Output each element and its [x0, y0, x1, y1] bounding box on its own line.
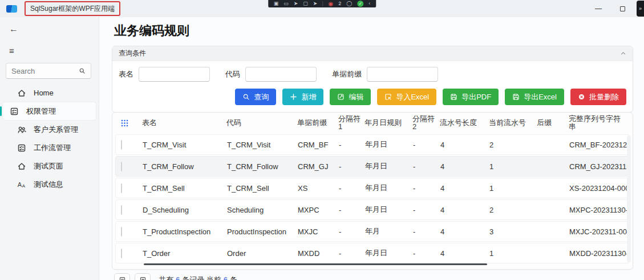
row-checkbox[interactable] [121, 227, 122, 237]
edit-button[interactable]: 编辑 [330, 89, 371, 105]
minimize-button[interactable]: — [586, 0, 610, 17]
window-snip-icon[interactable]: ▣ [274, 1, 279, 6]
person-circle-icon[interactable]: ◯ [346, 1, 352, 6]
table-cell: MXDD [298, 249, 339, 258]
table-cell: CRM_BF-20231201 [569, 141, 629, 149]
doc-prefix-input[interactable] [367, 67, 438, 82]
sidebar: ← ≡ Search Home 权限管理 客户关系管理 工作流管理 测试页面 A… [0, 17, 99, 280]
horizontal-scrollbar[interactable] [144, 263, 487, 265]
table-cell: - [413, 184, 440, 193]
export-excel-button[interactable]: 导出Excel [505, 89, 564, 105]
row-checkbox[interactable] [121, 162, 122, 171]
import-excel-button[interactable]: 导入Excel [377, 89, 436, 105]
active-indicator [0, 106, 2, 116]
export-pdf-button[interactable]: 导出PDF [443, 89, 499, 105]
summary-current: 6 [224, 275, 228, 280]
table-cell: T_Order [143, 249, 227, 258]
import-icon [384, 93, 392, 101]
table-name-label: 表名 [119, 69, 133, 79]
table-header-row: 表名代码单据前缀分隔符1年月日规则分隔符2流水号长度当前流水号后缀完整序列号字符… [112, 113, 633, 133]
query-panel-title: 查询条件 [119, 49, 146, 58]
chevron-up-icon[interactable] [620, 50, 626, 57]
table-cell: T_CRM_Follow [143, 162, 227, 171]
button-label: 编辑 [349, 92, 363, 102]
vertical-scrollbar[interactable] [627, 135, 631, 262]
sidebar-item-crm-mgmt[interactable]: 客户关系管理 [3, 121, 96, 138]
save-icon [512, 93, 520, 101]
maximize-icon [620, 6, 625, 11]
home-icon [17, 89, 26, 98]
rect-select-icon[interactable]: ▭ [283, 1, 289, 6]
row-checkbox[interactable] [121, 140, 122, 150]
row-checkbox[interactable] [121, 205, 122, 215]
maximize-button[interactable] [610, 0, 634, 17]
page-title: 业务编码规则 [114, 22, 189, 39]
grid-select-icon[interactable] [120, 119, 142, 127]
sidebar-item-test-info[interactable]: AA 测试信息 [3, 175, 96, 193]
summary-current-suffix: 条 [230, 275, 237, 280]
record-count: 2 [338, 1, 341, 6]
table-row[interactable]: T_CRM_SellT_CRM_SellXS-年月日-41XS-20231204… [115, 178, 630, 198]
table-cell: 年月日 [365, 183, 413, 193]
column-header: 后缀 [537, 119, 569, 127]
sidebar-item-label: Home [34, 89, 54, 97]
export-page-button-1[interactable] [114, 273, 130, 280]
column-header: 流水号长度 [440, 119, 489, 127]
back-button[interactable]: ← [9, 24, 18, 34]
query-button[interactable]: 查询 [235, 89, 276, 105]
record-icon[interactable]: ◉ [328, 1, 333, 7]
cursor-drag-icon[interactable]: ➤ [313, 1, 318, 6]
doc-prefix-label: 单据前缀 [332, 69, 362, 79]
people-icon [17, 125, 26, 134]
table-cell: - [339, 184, 365, 193]
sidebar-item-permission-mgmt[interactable]: 权限管理 [3, 102, 96, 120]
row-checkbox[interactable] [121, 183, 122, 193]
check-circle-icon[interactable]: ✓ [357, 1, 363, 7]
batch-delete-button[interactable]: 批量删除 [570, 89, 626, 105]
edit-icon [337, 93, 345, 101]
table-cell: 2 [489, 206, 537, 214]
code-input[interactable] [245, 67, 317, 82]
button-label: 导出PDF [461, 92, 491, 102]
table-cell: 年月日 [365, 161, 413, 171]
sidebar-item-test-page[interactable]: 测试页面 [3, 157, 96, 175]
table-name-input[interactable] [139, 67, 210, 82]
sidebar-item-label: 测试信息 [34, 179, 63, 190]
add-button[interactable]: 新增 [282, 89, 323, 105]
sidebar-nav: Home 权限管理 客户关系管理 工作流管理 测试页面 AA 测试信息 [0, 83, 99, 194]
summary-total-prefix: 共有 [159, 275, 173, 280]
export-page-button-2[interactable] [135, 273, 151, 280]
query-panel-header[interactable]: 查询条件 [112, 46, 633, 61]
square-icon[interactable]: ▢ [303, 1, 308, 6]
table-row[interactable]: D_SchedulingSchedulingMXPC-年月日-42MXPC-20… [115, 199, 630, 220]
table-cell: MXPC [298, 206, 339, 214]
hamburger-menu-button[interactable]: ≡ [9, 46, 15, 55]
table-cell: 2 [489, 141, 537, 149]
query-panel-body: 表名 代码 单据前缀 查询 新增 编辑 导入Excel 导出PDF 导出Exce… [112, 61, 633, 112]
table-cell: MXDD-20231130- [569, 249, 629, 258]
table-cell: D_Scheduling [143, 206, 227, 214]
titlebar: SqlSugar框架的WPF应用端 ▣ ▭ ➤ ▢ ➤ ◉ 2 ◯ ✓ ‹ — … [0, 0, 644, 17]
table-row[interactable]: T_OrderOrderMXDD-年月日-41MXDD-20231130- [115, 243, 630, 263]
sidebar-item-home[interactable]: Home [3, 84, 96, 102]
table-cell: MXJC-202311-000 [569, 227, 629, 236]
overlay-corner-widget[interactable]: » [637, 1, 644, 17]
column-header: 分隔符2 [412, 115, 440, 131]
cursor-icon[interactable]: ➤ [294, 1, 298, 6]
app-logo-icon [6, 5, 17, 13]
table-row[interactable]: T_CRM_FollowT_CRM_FollowCRM_GJ-年月日-41CRM… [115, 156, 630, 177]
column-header: 单据前缀 [297, 119, 338, 127]
table-cell: 年月日 [365, 248, 413, 258]
tasks-icon [17, 143, 26, 153]
sidebar-item-workflow-mgmt[interactable]: 工作流管理 [3, 139, 96, 157]
table-row[interactable]: T_ProductInspectionProductInspectionMXJC… [115, 221, 630, 242]
doc-prefix-field: 单据前缀 [332, 67, 438, 82]
table-cell: CRM_GJ-20231130 [569, 162, 629, 171]
table-row[interactable]: T_CRM_VisitT_CRM_VisitCRM_BF-年月日-42CRM_B… [115, 134, 630, 155]
table-cell: T_CRM_Sell [227, 184, 298, 193]
search-input[interactable]: Search [6, 63, 91, 79]
chevron-left-icon[interactable]: ‹ [368, 1, 370, 6]
action-buttons-row: 查询 新增 编辑 导入Excel 导出PDF 导出Excel 批量删除 [119, 89, 626, 105]
table-cell: T_CRM_Follow [227, 162, 298, 171]
row-checkbox[interactable] [121, 249, 122, 258]
